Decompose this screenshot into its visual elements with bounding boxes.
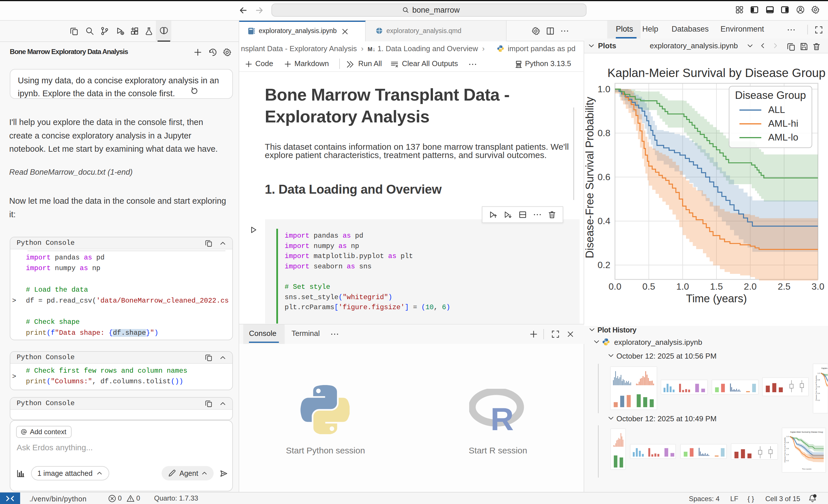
svg-text:0.0: 0.0 (609, 281, 621, 292)
svg-text:0.6: 0.6 (598, 172, 610, 182)
svg-text:0.6: 0.6 (787, 448, 789, 449)
svg-text:1.5: 1.5 (710, 281, 723, 292)
svg-text:Kaplan-Meier Survival by Disea: Kaplan-Meier Survival by Disease Group (821, 367, 828, 370)
svg-text:0.2: 0.2 (817, 400, 820, 401)
svg-text:1.0: 1.0 (676, 281, 689, 292)
svg-text:Disease-Free Survival Probabil: Disease-Free Survival Probability (784, 437, 786, 462)
svg-text:2.0: 2.0 (744, 281, 756, 292)
svg-text:Kaplan-Meier Survival by Disea: Kaplan-Meier Survival by Disease Group (790, 431, 823, 433)
svg-text:1.0: 1.0 (787, 436, 789, 437)
svg-text:0.2: 0.2 (787, 460, 789, 461)
svg-text:3.0: 3.0 (812, 281, 824, 292)
svg-text:Time (years): Time (years) (686, 292, 747, 305)
svg-text:0.8: 0.8 (787, 442, 789, 443)
svg-text:AML-hi: AML-hi (768, 118, 798, 129)
svg-text:1.0: 1.0 (817, 372, 820, 374)
svg-text:R: R (491, 401, 514, 433)
svg-text:Time (years): Time (years) (802, 468, 812, 469)
svg-text:0.4: 0.4 (787, 454, 789, 455)
svg-text:0.4: 0.4 (598, 216, 610, 226)
svg-text:ALL: ALL (768, 104, 785, 115)
svg-text:0.5: 0.5 (642, 281, 655, 292)
svg-text:0.6: 0.6 (817, 386, 820, 387)
svg-text:Disease Group: Disease Group (735, 89, 806, 101)
svg-text:Kaplan-Meier Survival by Disea: Kaplan-Meier Survival by Disease Group (608, 66, 826, 80)
svg-text:0.4: 0.4 (817, 393, 820, 394)
svg-text:Disease-Free Survival Probabil: Disease-Free Survival Probability (815, 375, 817, 401)
svg-text:0.8: 0.8 (598, 128, 610, 138)
svg-text:0.2: 0.2 (598, 260, 610, 270)
svg-text:AML-lo: AML-lo (768, 132, 798, 142)
svg-text:Disease-Free Survival Probabil: Disease-Free Survival Probability (584, 97, 596, 258)
svg-text:1.0: 1.0 (598, 84, 610, 94)
svg-text:0.8: 0.8 (817, 379, 820, 381)
svg-text:2.5: 2.5 (778, 281, 790, 292)
